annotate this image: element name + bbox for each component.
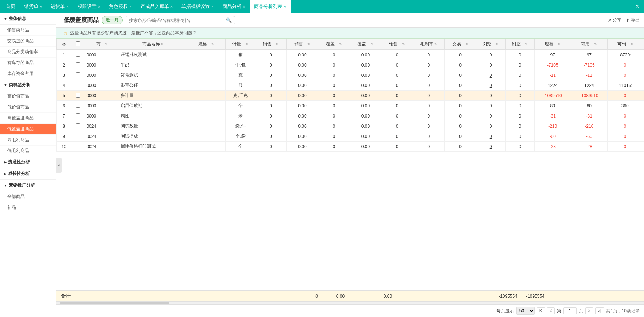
nav-purchase-order[interactable]: 进货单 × [46, 0, 73, 13]
row-browse1[interactable]: 0 [476, 80, 505, 91]
sidebar-group-circulation[interactable]: ▶ 流通性分析 [0, 156, 56, 168]
sort-coverage2-icon[interactable]: ⇅ [371, 43, 374, 46]
sort-sales-qty-icon[interactable]: ⇅ [276, 43, 279, 46]
sort-available-stock-icon[interactable]: ⇅ [594, 43, 597, 46]
sidebar-item-traded-goods[interactable]: 交易过的商品 [0, 36, 56, 47]
last-page-button[interactable]: >| [595, 307, 604, 314]
sidebar-group-growth[interactable]: ▶ 成长性分析 [0, 168, 56, 180]
nav-role-auth-close[interactable]: × [129, 0, 131, 13]
nav-template-settings-close[interactable]: × [211, 0, 213, 13]
nav-permission-settings-close[interactable]: × [98, 0, 100, 13]
content-area: « 低覆盖度商品 近一月 🔍 ↗ 分享 ⬆ 导出 ☆ [56, 13, 644, 317]
horizontal-scrollbar[interactable] [56, 301, 644, 304]
sidebar-item-high-coverage[interactable]: 高覆盖度商品 [0, 113, 56, 124]
nav-permission-settings[interactable]: 权限设置 × [73, 0, 105, 13]
sort-name-icon[interactable]: ⇅ [161, 43, 164, 46]
sort-saleable-icon[interactable]: ⇅ [631, 43, 633, 46]
row-saleable: 0: [607, 121, 644, 131]
sort-sales-count-icon[interactable]: ⇅ [402, 43, 405, 46]
row-browse1[interactable]: 0 [476, 111, 505, 121]
sort-browse2-icon[interactable]: ⇅ [525, 43, 528, 46]
sidebar-item-low-margin[interactable]: 低毛利商品 [0, 146, 56, 156]
row-checkbox-cell[interactable] [71, 121, 85, 131]
sort-gross-margin-icon[interactable]: ⇅ [434, 43, 437, 46]
sidebar-item-in-stock-goods[interactable]: 有库存的商品 [0, 58, 56, 68]
row-browse1[interactable]: 0 [476, 101, 505, 111]
row-checkbox-cell[interactable] [71, 91, 85, 101]
row-browse1[interactable]: 0 [476, 60, 505, 70]
nav-product-analysis-close[interactable]: × [243, 0, 245, 13]
nav-finished-goods[interactable]: 产成品入库单 × [136, 0, 177, 13]
sort-unit-icon[interactable]: ⇅ [246, 43, 248, 46]
row-checkbox-cell[interactable] [71, 111, 85, 121]
row-checkbox[interactable] [76, 62, 80, 67]
sort-code-icon[interactable]: ⇅ [105, 43, 108, 46]
column-settings-icon[interactable]: ⚙ [62, 42, 66, 47]
row-checkbox[interactable] [76, 134, 80, 138]
filter-recent-month-button[interactable]: 近一月 [102, 16, 123, 24]
sidebar-item-stock-fund[interactable]: 库存资金占用 [0, 68, 56, 79]
sort-coverage1-icon[interactable]: ⇅ [339, 43, 342, 46]
row-checkbox[interactable] [76, 52, 80, 57]
share-button[interactable]: ↗ 分享 [608, 17, 621, 23]
export-button[interactable]: ⬆ 导出 [626, 17, 640, 23]
nav-sales-order-close[interactable]: × [40, 0, 42, 13]
row-browse1[interactable]: 0 [476, 70, 505, 80]
sidebar-item-sales-goods[interactable]: 销售类商品 [0, 25, 56, 36]
row-checkbox-cell[interactable] [71, 80, 85, 91]
row-checkbox[interactable] [76, 144, 80, 148]
first-page-button[interactable]: K [537, 307, 545, 314]
window-close-button[interactable]: × [632, 3, 643, 10]
sort-trade-count-icon[interactable]: ⇅ [466, 43, 468, 46]
sidebar-group-marketing[interactable]: ▼ 营销推广分析 [0, 180, 56, 191]
sort-sales-amt-icon[interactable]: ⇅ [307, 43, 310, 46]
nav-product-analysis[interactable]: 商品分析 × [218, 0, 250, 13]
select-all-checkbox[interactable] [76, 41, 80, 46]
nav-sales-order[interactable]: 销货单 × [20, 0, 46, 13]
row-checkbox[interactable] [76, 83, 80, 87]
next-page-button[interactable]: > [585, 307, 593, 314]
sidebar-item-all-goods[interactable]: 全部商品 [0, 191, 56, 202]
search-input[interactable] [129, 18, 224, 23]
sidebar-group-overall[interactable]: ▼ 整体信息 [0, 13, 56, 25]
row-checkbox-cell[interactable] [71, 142, 85, 152]
sidebar-item-low-value[interactable]: 低价值商品 [0, 102, 56, 113]
sidebar-group-cluster[interactable]: ▼ 类群鉴分析 [0, 79, 56, 91]
nav-product-analysis-list[interactable]: 商品分析列表 × [250, 0, 290, 13]
row-checkbox[interactable] [76, 93, 80, 98]
row-browse1[interactable]: 0 [476, 50, 505, 60]
nav-template-settings[interactable]: 单据模板设置 × [177, 0, 218, 13]
row-checkbox[interactable] [76, 103, 80, 108]
sort-browse1-icon[interactable]: ⇅ [496, 43, 499, 46]
sidebar-item-category-rate[interactable]: 商品分类动销率 [0, 47, 56, 58]
page-number-input[interactable] [564, 307, 577, 314]
row-browse1[interactable]: 0 [476, 91, 505, 101]
row-checkbox-cell[interactable] [71, 70, 85, 80]
sidebar-collapse-button[interactable]: « [56, 158, 62, 173]
row-checkbox-cell[interactable] [71, 101, 85, 111]
nav-home[interactable]: 首页 [1, 0, 20, 13]
sidebar-item-new-goods[interactable]: 新品 [0, 202, 56, 213]
row-checkbox-cell[interactable] [71, 131, 85, 142]
row-checkbox-cell[interactable] [71, 50, 85, 60]
sidebar-item-low-coverage[interactable]: 低覆盖度商品 [0, 124, 56, 135]
row-browse1[interactable]: 0 [476, 131, 505, 142]
row-checkbox[interactable] [76, 113, 80, 118]
search-icon[interactable]: 🔍 [226, 17, 232, 23]
prev-page-button[interactable]: < [547, 307, 555, 314]
nav-product-analysis-list-close[interactable]: × [284, 0, 286, 13]
sidebar-item-high-value[interactable]: 高价值商品 [0, 91, 56, 102]
row-checkbox[interactable] [76, 123, 80, 128]
sort-current-stock-icon[interactable]: ⇅ [558, 43, 561, 46]
sidebar-item-high-margin[interactable]: 高毛利商品 [0, 135, 56, 146]
sort-spec-icon[interactable]: ⇅ [211, 43, 214, 46]
nav-finished-goods-close[interactable]: × [170, 0, 173, 13]
row-checkbox[interactable] [76, 72, 80, 77]
row-checkbox-cell[interactable] [71, 60, 85, 70]
nav-purchase-order-close[interactable]: × [66, 0, 68, 13]
per-page-select[interactable]: 50 20 100 [516, 307, 535, 315]
row-browse1[interactable]: 0 [476, 142, 505, 152]
row-browse1[interactable]: 0 [476, 121, 505, 131]
nav-role-auth[interactable]: 角色授权 × [105, 0, 136, 13]
col-settings[interactable]: ⚙ [57, 39, 71, 50]
